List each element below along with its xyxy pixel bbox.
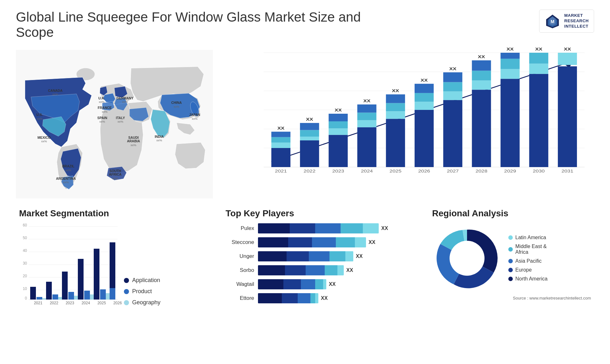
svg-text:ARABIA: ARABIA	[127, 139, 140, 143]
svg-rect-70	[357, 127, 376, 167]
svg-text:xx%: xx%	[52, 92, 58, 96]
svg-rect-63	[329, 114, 348, 121]
svg-rect-144	[94, 249, 99, 300]
player-row-sorbo: Sorbo XX	[226, 265, 416, 275]
svg-text:2028: 2028	[476, 169, 487, 173]
player-value-unger: XX	[356, 253, 363, 259]
svg-rect-109	[558, 53, 577, 65]
svg-text:40: 40	[23, 248, 27, 253]
reg-dot-north-america	[508, 277, 513, 281]
svg-text:XX: XX	[478, 55, 485, 59]
player-row-wagtail: Wagtail XX	[226, 279, 416, 289]
svg-point-151	[450, 241, 485, 276]
header: Global Line Squeegee For Window Glass Ma…	[16, 10, 594, 40]
player-value-ettore: XX	[321, 295, 328, 301]
svg-rect-87	[443, 72, 462, 82]
svg-rect-103	[529, 64, 548, 74]
svg-rect-73	[386, 111, 405, 119]
svg-text:2021: 2021	[34, 301, 43, 305]
player-name-ettore: Ettore	[226, 295, 254, 301]
svg-rect-67	[357, 120, 376, 127]
player-name-wagtail: Wagtail	[226, 281, 254, 287]
svg-rect-68	[357, 113, 376, 120]
svg-rect-86	[443, 82, 462, 91]
svg-text:2029: 2029	[504, 169, 516, 173]
svg-rect-76	[386, 119, 405, 167]
svg-text:U.S.: U.S.	[36, 113, 43, 117]
svg-text:50: 50	[23, 236, 27, 240]
svg-text:0: 0	[25, 296, 27, 300]
seg-chart-svg: 60 50 40 30 20 10 0	[29, 223, 118, 300]
legend-dot-geography	[124, 300, 129, 305]
logo-icon: M	[545, 13, 560, 29]
reg-dot-europe	[508, 268, 513, 272]
svg-text:20: 20	[23, 274, 27, 278]
svg-rect-92	[472, 71, 491, 81]
donut-container: Latin America Middle East &Africa Asia P…	[432, 223, 591, 293]
svg-text:GERMANY: GERMANY	[117, 97, 134, 100]
bar-chart-section: XX 2021 XX 2022 XX 2023	[219, 46, 594, 202]
legend-item-application: Application	[124, 277, 160, 284]
svg-text:2026: 2026	[113, 301, 122, 305]
svg-rect-140	[78, 259, 84, 300]
player-bar-container-sorbo: XX	[258, 265, 416, 275]
page-title: Global Line Squeegee For Window Glass Ma…	[16, 10, 365, 40]
svg-text:AFRICA: AFRICA	[109, 173, 122, 176]
svg-rect-80	[415, 93, 434, 102]
svg-text:XX: XX	[363, 99, 370, 103]
svg-text:xx%: xx%	[63, 180, 69, 184]
svg-text:2023: 2023	[66, 301, 74, 305]
svg-text:SAUDI: SAUDI	[128, 136, 139, 139]
svg-rect-61	[329, 128, 348, 135]
player-bar-pulex	[258, 223, 379, 233]
donut-chart	[432, 223, 502, 293]
regional-section: Regional Analysis	[429, 208, 594, 300]
svg-rect-94	[472, 90, 491, 167]
player-name-steccone: Steccone	[226, 239, 254, 246]
legend-dot-product	[124, 289, 129, 294]
svg-text:BRAZIL: BRAZIL	[62, 165, 75, 168]
svg-text:2024: 2024	[82, 301, 90, 305]
svg-rect-145	[100, 289, 106, 300]
player-name-unger: Unger	[226, 253, 254, 260]
svg-rect-56	[300, 130, 319, 137]
svg-rect-82	[415, 110, 434, 167]
svg-text:M: M	[551, 19, 554, 24]
svg-text:SPAIN: SPAIN	[97, 116, 107, 120]
player-value-pulex: XX	[381, 226, 388, 231]
player-value-steccone: XX	[369, 239, 375, 245]
reg-label-europe: Europe	[515, 267, 532, 273]
legend-label-product: Product	[132, 288, 152, 295]
svg-text:XX: XX	[449, 67, 457, 71]
player-row-steccone: Steccone XX	[226, 237, 416, 247]
player-bar-unger	[258, 251, 353, 261]
svg-text:XX: XX	[277, 126, 285, 130]
reg-label-mea: Middle East &Africa	[515, 244, 547, 255]
svg-text:ITALY: ITALY	[116, 116, 125, 120]
svg-rect-79	[415, 102, 434, 110]
svg-rect-133	[52, 294, 58, 300]
svg-text:xx%: xx%	[118, 120, 124, 123]
svg-rect-93	[472, 60, 491, 71]
player-bar-container-steccone: XX	[258, 237, 416, 247]
svg-text:xx%: xx%	[41, 139, 47, 143]
svg-rect-98	[500, 59, 519, 69]
player-row-ettore: Ettore XX	[226, 293, 416, 303]
segmentation-section: Market Segmentation 60 50 40 30 20 10 0	[16, 208, 213, 306]
svg-text:2022: 2022	[304, 169, 315, 173]
svg-rect-75	[386, 94, 405, 103]
svg-text:xx%: xx%	[131, 143, 137, 147]
svg-text:60: 60	[23, 223, 27, 227]
svg-rect-49	[271, 143, 290, 148]
svg-text:XX: XX	[535, 47, 542, 51]
player-name-sorbo: Sorbo	[226, 267, 254, 273]
svg-text:SOUTH: SOUTH	[110, 169, 121, 173]
world-map: CANADA xx% U.S. xx% MEXICO xx% BRAZIL xx…	[16, 46, 213, 202]
svg-text:2025: 2025	[98, 301, 106, 305]
svg-text:10: 10	[23, 286, 27, 291]
player-bar-sorbo	[258, 265, 344, 275]
svg-text:2022: 2022	[50, 301, 58, 305]
svg-text:XX: XX	[506, 47, 514, 51]
svg-text:XX: XX	[335, 108, 342, 112]
svg-rect-100	[500, 79, 519, 167]
